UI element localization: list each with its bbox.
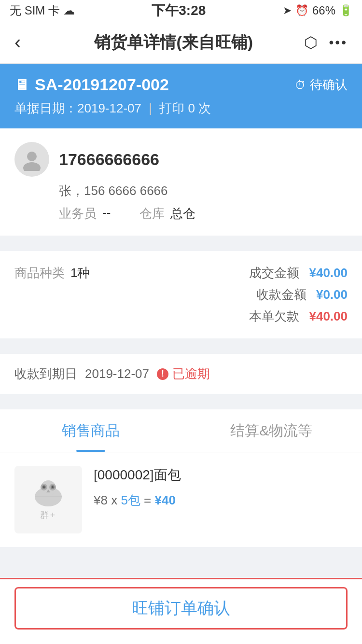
status-bar: 无 SIM 卡 ☁ 下午3:28 ➤ ⏰ 66% 🔋 xyxy=(0,0,362,21)
svg-point-6 xyxy=(43,486,45,488)
warehouse-value: 总仓 xyxy=(170,205,195,222)
owed-amount: ¥40.00 xyxy=(309,309,348,324)
order-date: 单据日期：2019-12-07 | 打印 0 次 xyxy=(14,100,348,117)
alarm-icon: ⏰ xyxy=(295,4,308,17)
product-type-value: 1种 xyxy=(70,265,90,281)
transaction-amount: ¥40.00 xyxy=(309,266,348,280)
summary-right: 成交金额 ¥40.00 收款金额 ¥0.00 本单欠款 ¥40.00 xyxy=(249,265,348,325)
svg-point-0 xyxy=(27,152,37,161)
transaction-label: 成交金额 xyxy=(249,265,299,281)
product-list: 群+ [0000002]面包 ¥8 x 5包 = ¥40 xyxy=(0,452,362,547)
status-left: 无 SIM 卡 ☁ xyxy=(10,3,75,18)
order-status: ⏱ 待确认 xyxy=(294,76,348,93)
product-thumbnail: 群+ xyxy=(14,466,82,533)
receipt-label: 收款金额 xyxy=(256,286,306,303)
due-date-card: 收款到期日 2019-12-07 ! 已逾期 xyxy=(0,354,362,394)
owl-text: 群+ xyxy=(40,509,57,521)
product-price: ¥8 x 5包 = ¥40 xyxy=(94,492,348,509)
salesperson-label: 业务员 xyxy=(59,205,97,222)
back-button[interactable]: ‹ xyxy=(14,31,43,53)
receipt-row: 收款金额 ¥0.00 xyxy=(256,286,348,303)
salesperson-value: -- xyxy=(102,205,111,222)
battery-status: 66% xyxy=(312,4,335,17)
order-header: 🖥 SA-20191207-002 ⏱ 待确认 单据日期：2019-12-07 … xyxy=(0,64,362,128)
location-icon: ➤ xyxy=(283,4,292,17)
equals-sign: = xyxy=(144,493,151,507)
battery-icon: 🔋 xyxy=(339,4,352,17)
clock-icon: ⏱ xyxy=(294,78,306,92)
svg-point-1 xyxy=(23,162,41,171)
confirm-button-wrap: 旺铺订单确认 xyxy=(0,578,362,644)
salesperson-item: 业务员 -- xyxy=(59,205,111,222)
share-icon[interactable]: ⬡ xyxy=(304,33,318,52)
order-id-text: SA-20191207-002 xyxy=(35,75,169,94)
status-time: 下午3:28 xyxy=(152,1,206,20)
tab-sales-products[interactable]: 销售商品 xyxy=(0,409,181,452)
customer-avatar xyxy=(14,142,49,177)
nav-actions: ⬡ ••• xyxy=(304,33,348,52)
product-type-row: 商品种类 1种 xyxy=(14,265,90,281)
summary-card: 商品种类 1种 成交金额 ¥40.00 收款金额 ¥0.00 本单欠款 ¥40.… xyxy=(0,251,362,338)
product-info: [0000002]面包 ¥8 x 5包 = ¥40 xyxy=(94,466,348,509)
receipt-amount: ¥0.00 xyxy=(316,287,348,302)
status-text: 待确认 xyxy=(310,76,348,93)
divider-3 xyxy=(0,402,362,409)
product-item: 群+ [0000002]面包 ¥8 x 5包 = ¥40 xyxy=(0,452,362,547)
tabs: 销售商品 结算&物流等 xyxy=(0,409,362,452)
order-id-row: 🖥 SA-20191207-002 xyxy=(14,75,169,94)
order-icon: 🖥 xyxy=(14,77,29,93)
sim-status: 无 SIM 卡 ☁ xyxy=(10,3,75,18)
customer-phone: 17666666666 xyxy=(59,150,159,169)
product-name: [0000002]面包 xyxy=(94,466,348,484)
tab-settlement[interactable]: 结算&物流等 xyxy=(181,409,362,452)
confirm-order-button[interactable]: 旺铺订单确认 xyxy=(14,587,348,630)
price-total: ¥40 xyxy=(155,493,176,507)
customer-top: 17666666666 xyxy=(14,142,348,177)
due-date-label: 收款到期日 xyxy=(14,365,77,382)
confirm-btn-label: 旺铺订单确认 xyxy=(132,597,230,619)
warehouse-label: 仓库 xyxy=(139,205,165,222)
divider-2 xyxy=(0,346,362,354)
transaction-row: 成交金额 ¥40.00 xyxy=(249,265,348,281)
svg-point-9 xyxy=(52,486,54,488)
due-date-value: 2019-12-07 xyxy=(85,366,149,381)
overdue-text: 已逾期 xyxy=(172,365,210,382)
owed-row: 本单欠款 ¥40.00 xyxy=(249,308,348,325)
overdue-badge: ! 已逾期 xyxy=(157,365,210,382)
page-title: 销货单详情(来自旺铺) xyxy=(94,31,253,54)
owed-label: 本单欠款 xyxy=(249,308,299,325)
more-icon[interactable]: ••• xyxy=(329,35,348,50)
customer-card: 17666666666 张，156 6666 6666 业务员 -- 仓库 总仓 xyxy=(0,128,362,236)
customer-name: 张，156 6666 6666 xyxy=(14,182,348,199)
price-value: ¥8 x xyxy=(94,493,117,507)
nav-bar: ‹ 销货单详情(来自旺铺) ⬡ ••• xyxy=(0,21,362,64)
warehouse-item: 仓库 总仓 xyxy=(139,205,195,222)
price-qty: 5包 xyxy=(121,493,140,507)
product-type-label: 商品种类 xyxy=(14,265,65,281)
customer-meta: 业务员 -- 仓库 总仓 xyxy=(14,205,348,222)
overdue-icon: ! xyxy=(157,368,168,380)
status-right: ➤ ⏰ 66% 🔋 xyxy=(283,4,352,17)
summary-left: 商品种类 1种 xyxy=(14,265,90,281)
divider-1 xyxy=(0,243,362,251)
